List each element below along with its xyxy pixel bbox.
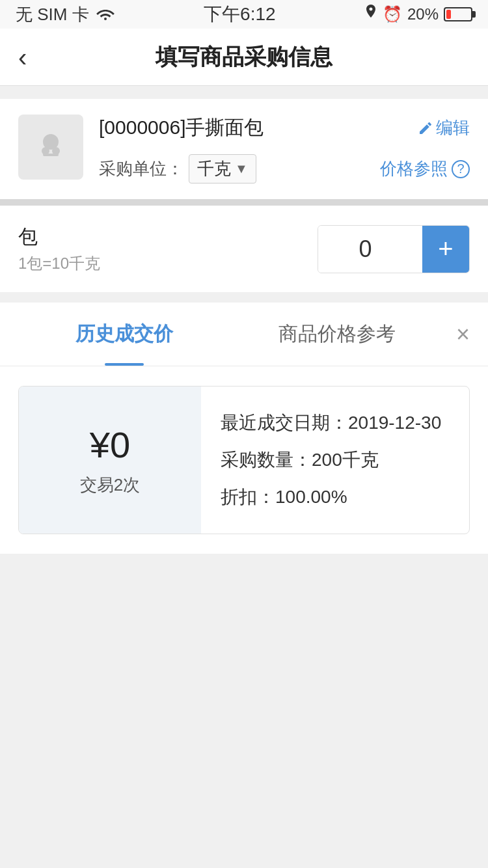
tab-history-price[interactable]: 历史成交价 [18, 303, 230, 366]
edit-button[interactable]: 编辑 [418, 116, 470, 139]
unit-select[interactable]: 千克 ▼ [189, 154, 256, 183]
location-icon [364, 5, 377, 24]
tab-header: 历史成交价 商品价格参考 × [0, 303, 488, 366]
svg-rect-3 [43, 154, 59, 156]
alarm-icon: ⏰ [383, 5, 402, 23]
price-ref-button[interactable]: 价格参照 ? [380, 157, 470, 180]
product-card: [0000006]手撕面包 编辑 采购单位： 千克 ▼ 价格参照 ? [0, 99, 488, 199]
quantity-input-group: + [318, 225, 470, 273]
quantity-input[interactable] [318, 226, 422, 273]
unit-dropdown-arrow: ▼ [235, 161, 248, 176]
product-thumbnail [18, 115, 83, 180]
currency-symbol: ¥ [90, 424, 110, 465]
separator [0, 199, 488, 206]
tab-close-button[interactable]: × [443, 308, 470, 361]
price-times: 交易2次 [80, 474, 140, 496]
status-bar: 无 SIM 卡 下午6:12 ⏰ 20% [0, 0, 488, 29]
carrier-text: 无 SIM 卡 [16, 3, 89, 26]
tab-content: ¥0 交易2次 最近成交日期：2019-12-30 采购数量：200千克 折扣：… [0, 366, 488, 554]
tab-price-reference[interactable]: 商品价格参考 [230, 303, 442, 366]
price-amount: ¥0 [90, 424, 130, 466]
status-left: 无 SIM 卡 [16, 3, 115, 26]
nav-bar: ‹ 填写商品采购信息 [0, 29, 488, 86]
unit-label: 采购单位： [99, 157, 183, 180]
wifi-icon [96, 5, 115, 25]
bottom-area [0, 554, 488, 868]
price-card: ¥0 交易2次 最近成交日期：2019-12-30 采购数量：200千克 折扣：… [18, 386, 470, 534]
price-ref-info-icon: ? [452, 160, 470, 178]
price-left: ¥0 交易2次 [19, 387, 201, 534]
status-right: ⏰ 20% [364, 5, 472, 24]
page-title: 填写商品采购信息 [156, 42, 332, 72]
product-info: [0000006]手撕面包 编辑 采购单位： 千克 ▼ 价格参照 ? [99, 115, 470, 183]
quantity-row: 包 1包=10千克 + [0, 206, 488, 292]
quantity-label-group: 包 1包=10千克 [18, 224, 100, 274]
product-name: [0000006]手撕面包 [99, 115, 264, 141]
battery-percent: 20% [407, 5, 439, 23]
quantity-unit-main: 包 [18, 224, 100, 251]
quantity-plus-button[interactable]: + [422, 226, 469, 273]
quantity-unit-sub: 1包=10千克 [18, 253, 100, 274]
price-detail-date: 最近成交日期：2019-12-30 [221, 410, 450, 435]
price-detail-quantity: 采购数量：200千克 [221, 447, 450, 472]
price-detail-discount: 折扣：100.00% [221, 484, 450, 509]
battery-icon [444, 7, 472, 21]
back-button[interactable]: ‹ [18, 44, 27, 70]
price-right: 最近成交日期：2019-12-30 采购数量：200千克 折扣：100.00% [201, 387, 469, 534]
tab-panel: 历史成交价 商品价格参考 × ¥0 交易2次 最近成交日期：2019-12-30… [0, 303, 488, 554]
status-time: 下午6:12 [204, 2, 276, 27]
